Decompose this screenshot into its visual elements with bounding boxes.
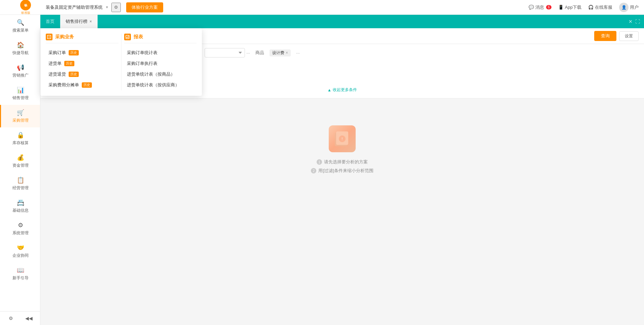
message-badge: 6 xyxy=(546,5,551,9)
finance-icon: 💰 xyxy=(17,154,24,161)
search-icon: 🔍 xyxy=(17,19,24,26)
goods-dots[interactable]: ··· xyxy=(296,50,300,55)
report-po-exec-label: 采购订单执行表 xyxy=(127,60,157,67)
sidebar-item-marketing[interactable]: 📢 营销推广 xyxy=(0,60,40,82)
system-icon: ⚙ xyxy=(18,221,23,229)
sidebar-item-system[interactable]: ⚙ 系统管理 xyxy=(0,217,40,240)
sidebar-item-basic[interactable]: 📇 基础信息 xyxy=(0,195,40,217)
logo-icon: 畅 xyxy=(20,0,31,10)
tab-sales-rank[interactable]: 销售排行榜 × xyxy=(60,15,98,28)
goods-tag-value: 设计费 xyxy=(272,50,284,56)
purchase-instock-label: 进货单 xyxy=(48,60,62,67)
left-sidebar: 🔍 搜索菜单 🏠 快捷导航 📢 营销推广 📊 销售管理 🛒 采购管理 🔒 库存核… xyxy=(0,15,40,325)
sales-icon: 📊 xyxy=(17,86,24,94)
guide-icon: 📖 xyxy=(17,267,24,274)
tab-close-window-icon[interactable]: ✕ xyxy=(629,19,633,24)
sidebar-label-purchase: 采购管理 xyxy=(12,118,29,123)
system-title-area: 装备及固定资产辅助管理系统 ▼ ⚙ 体验行业方案 xyxy=(46,2,529,12)
sidebar-item-operation[interactable]: 📋 经营管理 xyxy=(0,172,40,195)
query-btn[interactable]: 查询 xyxy=(594,31,616,41)
empty-hint-1: 1 请先选择要分析的方案 xyxy=(317,159,368,165)
operation-icon: 📋 xyxy=(17,176,24,184)
report-po-stat-item[interactable]: 采购订单统计表 xyxy=(124,47,197,58)
user-btn[interactable]: 👤 用户 xyxy=(619,3,639,12)
headset-icon: 🎧 xyxy=(588,5,594,10)
tab-bar-right: ✕ ⛶ xyxy=(624,15,644,28)
report-instock-goods-label: 进货单统计表（按商品） xyxy=(127,71,175,77)
message-icon: 💬 xyxy=(529,5,534,10)
online-service-btn[interactable]: 🎧 在线客服 xyxy=(588,4,612,10)
system-title: 装备及固定资产辅助管理系统 xyxy=(46,4,103,10)
sidebar-item-quick[interactable]: 🏠 快捷导航 xyxy=(0,37,40,60)
purchase-cost-history: 历史 xyxy=(82,82,92,88)
report-instock-goods-item[interactable]: 进货单统计表（按商品） xyxy=(124,69,197,80)
empty-state: ! 1 请先选择要分析的方案 2 用[过滤]条件来缩小分析范围 xyxy=(40,98,644,203)
avatar: 👤 xyxy=(619,3,629,12)
purchase-cost-label: 采购费用分摊单 xyxy=(48,82,79,88)
basic-icon: 📇 xyxy=(17,199,24,206)
doc-status-dots[interactable]: ··· xyxy=(246,50,250,55)
sidebar-collapse-btn[interactable]: ◀◀ xyxy=(21,314,38,322)
top-header: 畅 标准版 装备及固定资产辅助管理系统 ▼ ⚙ 体验行业方案 💬 消息 6 📱 … xyxy=(0,0,644,15)
tab-close-icon[interactable]: × xyxy=(90,19,92,24)
purchase-cost-item[interactable]: 采购费用分摊单 历史 xyxy=(46,80,118,90)
industry-btn[interactable]: 体验行业方案 xyxy=(126,2,163,12)
purchase-return-history: 历史 xyxy=(69,72,79,77)
svg-text:畅: 畅 xyxy=(24,4,27,7)
sidebar-item-finance[interactable]: 💰 资金管理 xyxy=(0,150,40,172)
marketing-icon: 📢 xyxy=(17,64,24,71)
tab-sales-rank-label: 销售排行榜 xyxy=(66,18,87,25)
collapse-btn[interactable]: ▲ 收起更多条件 xyxy=(327,87,357,93)
tab-home-label: 首页 xyxy=(46,18,55,25)
purchase-icon: 🛒 xyxy=(17,109,24,116)
system-dropdown-arrow[interactable]: ▼ xyxy=(105,5,109,9)
sidebar-label-sales: 销售管理 xyxy=(12,95,29,101)
purchase-col-icon xyxy=(46,34,52,40)
doc-status-select[interactable] xyxy=(205,48,245,57)
purchase-order-history: 历史 xyxy=(69,50,79,55)
inventory-icon: 🔒 xyxy=(17,131,24,139)
sidebar-item-inventory[interactable]: 🔒 库存核算 xyxy=(0,127,40,150)
sidebar-label-finance: 资金管理 xyxy=(12,163,29,168)
empty-hint-2: 2 用[过滤]条件来缩小分析范围 xyxy=(311,168,373,174)
enterprise-icon: 🤝 xyxy=(17,244,24,251)
sidebar-label-inventory: 库存核算 xyxy=(12,140,29,146)
report-instock-supplier-item[interactable]: 进货单统计表（按供应商） xyxy=(124,80,197,90)
purchase-return-item[interactable]: 进货退货 历史 xyxy=(46,69,118,80)
sidebar-label-quick: 快捷导航 xyxy=(12,50,29,56)
goods-tag: 设计费 × xyxy=(270,49,291,56)
report-instock-supplier-label: 进货单统计表（按供应商） xyxy=(127,82,179,88)
dropdown-columns: 采购业务 采购订单 历史 进货单 历史 进货退货 历史 采购费用分摊单 历史 xyxy=(46,34,196,90)
purchase-order-item[interactable]: 采购订单 历史 xyxy=(46,47,118,58)
tab-maximize-icon[interactable]: ⛶ xyxy=(635,19,640,24)
sidebar-item-enterprise[interactable]: 🤝 企业协同 xyxy=(0,240,40,262)
purchase-col-title: 采购业务 xyxy=(46,34,118,43)
sidebar-item-search[interactable]: 🔍 搜索菜单 xyxy=(0,15,40,37)
reports-col-icon xyxy=(124,34,131,40)
tab-bar: 首页 销售排行榜 × ✕ ⛶ xyxy=(40,15,644,28)
tab-home[interactable]: 首页 xyxy=(40,15,60,28)
sidebar-label-search: 搜索菜单 xyxy=(12,28,29,33)
sidebar-item-sales[interactable]: 📊 销售管理 xyxy=(0,82,40,105)
settings-row-btn[interactable]: 设置 xyxy=(619,31,639,41)
sidebar-label-marketing: 营销推广 xyxy=(12,73,29,78)
purchase-instock-history: 历史 xyxy=(64,61,74,66)
messages-btn[interactable]: 💬 消息 6 xyxy=(529,4,551,10)
sidebar-item-guide[interactable]: 📖 新手引导 xyxy=(0,262,40,285)
svg-text:!: ! xyxy=(342,137,343,141)
report-po-stat-label: 采购订单统计表 xyxy=(127,50,157,56)
report-po-exec-item[interactable]: 采购订单执行表 xyxy=(124,58,197,69)
app-download-btn[interactable]: 📱 App下载 xyxy=(558,4,581,10)
sidebar-label-enterprise: 企业协同 xyxy=(12,253,29,258)
purchase-instock-item[interactable]: 进货单 历史 xyxy=(46,58,118,69)
purchase-col: 采购业务 采购订单 历史 进货单 历史 进货退货 历史 采购费用分摊单 历史 xyxy=(46,34,118,90)
empty-icon: ! xyxy=(329,125,356,152)
system-settings-btn[interactable]: ⚙ xyxy=(111,3,121,12)
logo-text: 标准版 xyxy=(21,11,30,15)
purchase-dropdown: 采购业务 采购订单 历史 进货单 历史 进货退货 历史 采购费用分摊单 历史 xyxy=(40,28,202,96)
purchase-return-label: 进货退货 xyxy=(48,71,66,77)
goods-tag-close[interactable]: × xyxy=(286,50,288,55)
home-icon: 🏠 xyxy=(17,41,24,49)
sidebar-item-purchase[interactable]: 🛒 采购管理 xyxy=(0,105,40,127)
sidebar-settings-btn[interactable]: ⚙ xyxy=(3,314,20,322)
